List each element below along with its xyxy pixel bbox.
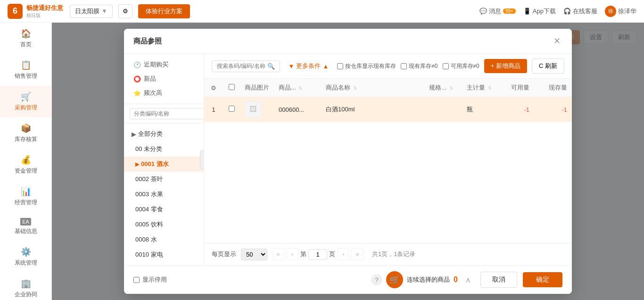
category-item-0003[interactable]: 0003 水果 [124, 187, 204, 202]
sidebar-item-enterprise[interactable]: 🏢 企业协同 [0, 273, 51, 300]
th-unit[interactable]: 主计量 ⇅ [462, 79, 496, 97]
cart-button[interactable]: 🛒 [386, 271, 403, 288]
modal-title: 商品参照 [133, 37, 162, 46]
page-prev-button[interactable]: ‹ [286, 248, 298, 260]
name-sort-icon: ⇅ [353, 85, 357, 91]
category-item-all[interactable]: ▶ 全部分类 [124, 126, 204, 142]
store-selector[interactable]: 日太阳膜 ▼ [70, 5, 113, 18]
category-item-0002[interactable]: 0002 茶叶 [124, 172, 204, 187]
add-product-button[interactable]: + 新增商品 [484, 59, 527, 73]
quick-access-section: 🕐 近期购买 ⭕ 新品 ⭐ 频次高 [124, 54, 204, 104]
refresh-button[interactable]: C 刷新 [532, 58, 564, 74]
sidebar-item-home[interactable]: 🏠 首页 [0, 23, 51, 54]
filter-icon: ▼ [289, 63, 295, 70]
message-nav-item[interactable]: 💬 消息 99+ [479, 7, 516, 16]
settings-column-icon[interactable]: ⚙ [211, 84, 216, 92]
th-spec-label: 规格... [429, 84, 446, 91]
category-0010-label: 0010 家电 [135, 250, 163, 259]
th-unit-label: 主计量 [467, 84, 485, 91]
row-unit: 瓶 [462, 97, 496, 122]
show-disabled-checkbox[interactable]: 显示停用 [133, 275, 167, 284]
sidebar-item-purchase[interactable]: 🛒 采购管理 [0, 86, 51, 117]
row-unit-value: 瓶 [467, 106, 473, 113]
row-stock: -1 [534, 97, 572, 122]
category-0001-arrow: ▶ [135, 161, 139, 167]
row-code-value: 000600... [279, 106, 304, 113]
sales-icon: 📋 [21, 60, 31, 70]
app-download-nav-item[interactable]: 📱 App下载 [523, 7, 556, 16]
filter-more-button[interactable]: ▼ 更多条件 ▲ [285, 60, 333, 72]
trial-button[interactable]: 体验行业方案 [138, 4, 190, 18]
user-nav-item[interactable]: 徐 徐泽华 [605, 6, 636, 17]
available-filter-label: 现有库存≠0 [409, 62, 438, 70]
user-avatar: 徐 [605, 6, 616, 17]
confirm-button[interactable]: 确定 [523, 272, 562, 287]
store-dropdown-icon: ▼ [101, 8, 107, 15]
table-row[interactable]: 1 🖼 [204, 97, 572, 122]
message-icon: 💬 [479, 8, 487, 15]
sidebar-label-home: 首页 [20, 41, 32, 49]
sidebar-item-system[interactable]: ⚙️ 系统管理 [0, 241, 51, 273]
page-next-button[interactable]: › [337, 248, 349, 260]
page-number-input[interactable] [308, 249, 327, 260]
page-last-button[interactable]: » [351, 248, 363, 260]
category-item-0001[interactable]: ▶ 0001 酒水 [124, 157, 204, 172]
product-search-input[interactable] [217, 63, 265, 69]
category-item-00[interactable]: 00 未分类 [124, 142, 204, 157]
quick-item-frequent[interactable]: ⭐ 频次高 [130, 86, 198, 100]
page-size-select[interactable]: 50 10 20 100 [241, 249, 267, 260]
modal-close-button[interactable]: ✕ [551, 35, 562, 47]
category-search-input[interactable] [130, 108, 204, 119]
page-size-label: 每页显示 [212, 250, 236, 258]
code-sort-icon: ⇅ [298, 85, 302, 91]
cancel-button[interactable]: 取消 [480, 272, 517, 288]
show-disabled-label: 显示停用 [142, 275, 167, 284]
basic-icon: EA [20, 218, 31, 225]
quick-item-new[interactable]: ⭕ 新品 [130, 72, 198, 86]
page-first-button[interactable]: « [272, 248, 284, 260]
help-icon-button[interactable]: ? [371, 274, 382, 285]
th-spec[interactable]: 规格... ⇅ [424, 79, 462, 97]
cart-collapse-button[interactable]: ∧ [462, 273, 475, 286]
th-stock-label: 现存量 [549, 84, 567, 91]
quick-item-recent[interactable]: 🕐 近期购买 [130, 58, 198, 72]
usable-checkbox-input[interactable] [443, 63, 449, 69]
th-code[interactable]: 商品... ⇅ [274, 79, 321, 97]
filter-collapse-icon: ▲ [322, 63, 329, 70]
row-avail: -1 [496, 97, 534, 122]
new-product-icon: ⭕ [133, 75, 141, 83]
quick-label-recent: 近期购买 [144, 60, 168, 69]
sidebar-item-operation[interactable]: 📊 经营管理 [0, 181, 51, 212]
collapse-chevron-icon: 《 [201, 156, 204, 163]
th-name[interactable]: 商品名称 ⇅ [321, 79, 424, 97]
gear-button[interactable]: ⚙ [118, 4, 132, 18]
warehouse-checkbox-input[interactable] [337, 63, 343, 69]
show-disabled-input[interactable] [133, 277, 140, 283]
sidebar-item-inventory[interactable]: 📦 库存核算 [0, 117, 51, 149]
category-item-0005[interactable]: 0005 饮料 [124, 217, 204, 232]
sidebar-item-basic[interactable]: EA 基础信息 [0, 212, 51, 241]
page-label: 第 [300, 250, 306, 258]
row-check[interactable] [223, 97, 240, 122]
online-service-nav-item[interactable]: 🎧 在线客服 [563, 7, 597, 16]
online-service-label: 在线客服 [573, 7, 597, 16]
available-filter-checkbox[interactable]: 现有库存≠0 [401, 62, 438, 70]
sidebar-item-finance[interactable]: 💰 资金管理 [0, 149, 51, 181]
sidebar: 🏠 首页 📋 销售管理 🛒 采购管理 📦 库存核算 💰 资金管理 📊 经营管理 … [0, 23, 52, 300]
select-all-checkbox[interactable] [229, 84, 235, 90]
category-item-0010[interactable]: 0010 家电 [124, 247, 204, 262]
category-item-0004[interactable]: 0004 零食 [124, 202, 204, 217]
category-item-0008[interactable]: 0008 水 [124, 232, 204, 247]
row-checkbox[interactable] [229, 106, 235, 112]
available-checkbox-input[interactable] [401, 63, 407, 69]
warehouse-filter-checkbox[interactable]: 按仓库显示现有库存 [337, 62, 396, 70]
category-collapse-button[interactable]: 《 [200, 150, 204, 169]
category-0002-label: 0002 茶叶 [135, 175, 163, 183]
app-download-label: App下载 [533, 7, 556, 16]
category-panel: 🕐 近期购买 ⭕ 新品 ⭐ 频次高 [124, 54, 204, 265]
page-navigation: « ‹ 第 页 › » [272, 248, 363, 260]
product-search-icon[interactable]: 🔍 [267, 63, 275, 70]
usable-filter-checkbox[interactable]: 可用库存≠0 [443, 62, 479, 70]
inventory-icon: 📦 [21, 123, 31, 133]
sidebar-item-sales[interactable]: 📋 销售管理 [0, 54, 51, 86]
